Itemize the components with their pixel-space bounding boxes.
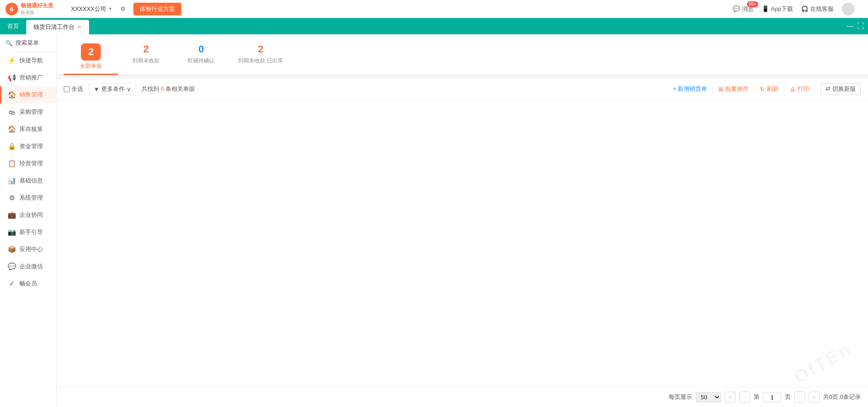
logo-main: 畅捷通好生意	[21, 2, 53, 9]
header-right: 💬 消息 99+ 📱 App下载 🎧 在线客服	[733, 3, 863, 15]
quick-nav-icon: ⚡	[8, 56, 16, 65]
search-menu-button[interactable]: 🔍 搜索菜单	[0, 34, 56, 52]
new-sale-button[interactable]: + 新增销货单	[673, 85, 707, 93]
card-overdue-out-count: 2	[238, 43, 283, 55]
sidebar-item-label: 库存核算	[19, 125, 43, 133]
message-badge: 99+	[747, 1, 758, 7]
page-input[interactable]	[763, 393, 781, 402]
nav-tabs: 首页 钱货日清工作台 ✕ — ⛶	[0, 18, 868, 34]
sidebar-item-label: 快捷导航	[19, 56, 43, 65]
search-menu-label: 搜索菜单	[15, 39, 39, 47]
sidebar-item-guide[interactable]: 📷 新手引导	[0, 224, 56, 241]
logo-icon: 6	[5, 3, 18, 15]
search-icon: 🔍	[5, 40, 13, 47]
card-overdue-out[interactable]: 2 到期未收款 已出库	[229, 40, 292, 75]
refresh-button[interactable]: ↻ 刷新	[760, 85, 778, 93]
last-page-button[interactable]: »	[809, 392, 820, 402]
sidebar-item-base-info[interactable]: 📊 基础信息	[0, 172, 56, 189]
sidebar-item-system[interactable]: ⚙ 系统管理	[0, 189, 56, 206]
sales-icon: 🏠	[8, 91, 16, 99]
sidebar-item-enterprise-wx[interactable]: 💬 企业微信	[0, 258, 56, 275]
logo-area: 6 畅捷通好生意 标准版	[5, 2, 62, 15]
minimize-icon[interactable]: —	[846, 22, 854, 30]
avatar[interactable]	[842, 3, 854, 15]
card-wangpu-count: 0	[183, 43, 219, 55]
online-service-button[interactable]: 🎧 在线客服	[801, 5, 834, 13]
page-size-select[interactable]: 50 100 200	[696, 392, 721, 402]
sidebar-item-member[interactable]: ✓ 畅会员	[0, 275, 56, 292]
company-selector[interactable]: XXXXXX公司 ▼ ⚙	[71, 4, 128, 14]
prev-page-button[interactable]: ‹	[739, 392, 750, 402]
card-overdue[interactable]: 2 到期未收款	[119, 40, 173, 75]
logo-sub: 标准版	[21, 9, 53, 15]
tab-home[interactable]: 首页	[0, 18, 26, 34]
sidebar-item-purchase[interactable]: 🛍 采购管理	[0, 103, 56, 121]
card-all[interactable]: 2 全部单据	[64, 40, 118, 75]
select-all-input[interactable]	[64, 86, 70, 92]
purchase-icon: 🛍	[8, 108, 16, 116]
sidebar: 🔍 搜索菜单 ⚡ 快捷导航 📢 营销推广 🏠 销售管理 🛍 采购管理 🏠 库存核…	[0, 34, 57, 407]
print-button[interactable]: 🖨 打印	[790, 85, 809, 93]
pagination-bar: 每页显示 50 100 200 « ‹ 第 页 › » 共0页,0条记录	[57, 387, 868, 407]
more-filter-label: 更多条件	[101, 85, 125, 93]
sidebar-item-sales[interactable]: 🏠 销售管理	[0, 86, 56, 103]
sidebar-item-quick-nav[interactable]: ⚡ 快捷导航	[0, 52, 56, 69]
service-icon: 🎧	[801, 5, 808, 12]
card-overdue-label: 到期未收款	[128, 55, 164, 68]
sidebar-item-label: 企业微信	[19, 262, 43, 271]
divider	[712, 85, 713, 93]
logo-text: 畅捷通好生意 标准版	[21, 2, 53, 15]
chevron-down-icon[interactable]: ▼	[108, 6, 113, 11]
base-info-icon: 📊	[8, 177, 16, 185]
tab-qianhuoricheng[interactable]: 钱货日清工作台 ✕	[26, 20, 89, 34]
select-all-checkbox[interactable]: 全选	[64, 85, 83, 93]
page-label: 第	[754, 393, 760, 401]
first-page-button[interactable]: «	[725, 392, 736, 402]
sidebar-item-label: 基础信息	[19, 177, 43, 185]
select-all-label: 全选	[71, 85, 83, 93]
app-download-label: App下载	[771, 5, 793, 13]
sidebar-item-app-center[interactable]: 📦 应用中心	[0, 241, 56, 258]
card-wangpu-label: 旺铺待确认	[183, 55, 219, 68]
sidebar-item-marketing[interactable]: 📢 营销推广	[0, 69, 56, 86]
more-filter-button[interactable]: ▼ 更多条件 ∨	[89, 83, 136, 95]
inventory-icon: 🏠	[8, 125, 16, 133]
download-icon: 📱	[762, 5, 769, 12]
toolbar-right: + 新增销货单 ⊞ 批量操作 ↻ 刷新 🖨 打印	[673, 83, 861, 95]
sidebar-item-enterprise[interactable]: 💼 企业协同	[0, 206, 56, 224]
next-page-button[interactable]: ›	[794, 392, 805, 402]
sidebar-item-inventory[interactable]: 🏠 库存核算	[0, 121, 56, 138]
message-button[interactable]: 💬 消息 99+	[733, 5, 754, 13]
close-tab-icon[interactable]: ✕	[77, 24, 82, 30]
filter-icon: ▼	[94, 86, 99, 93]
message-icon: 💬	[733, 5, 740, 12]
trial-button[interactable]: 体验行业方案	[133, 3, 181, 15]
sidebar-item-finance[interactable]: 🔒 资金管理	[0, 138, 56, 155]
expand-icon[interactable]: ⛶	[857, 22, 864, 30]
content-area: 2 全部单据 2 到期未收款 0 旺铺待确认 2 到期未收款 已出库 全选	[57, 34, 868, 407]
card-overdue-count: 2	[128, 43, 164, 55]
guide-icon: 📷	[8, 228, 16, 236]
company-name: XXXXXX公司	[71, 5, 106, 13]
batch-operation-button[interactable]: ⊞ 批量操作	[718, 85, 749, 93]
main-layout: 🔍 搜索菜单 ⚡ 快捷导航 📢 营销推广 🏠 销售管理 🛍 采购管理 🏠 库存核…	[0, 34, 868, 407]
finance-icon: 🔒	[8, 142, 16, 150]
card-all-count: 2	[88, 46, 94, 58]
sidebar-item-label: 畅会员	[19, 280, 37, 288]
card-wangpu[interactable]: 0 旺铺待确认	[174, 40, 228, 75]
app-download-button[interactable]: 📱 App下载	[762, 5, 793, 13]
divider	[784, 85, 784, 93]
sidebar-item-label: 采购管理	[19, 108, 43, 116]
switch-version-button[interactable]: ⇄ 切换新版	[821, 83, 861, 95]
sidebar-item-operation[interactable]: 📋 经营管理	[0, 155, 56, 172]
enterprise-wx-icon: 💬	[8, 262, 16, 271]
top-header: 6 畅捷通好生意 标准版 XXXXXX公司 ▼ ⚙ 体验行业方案 💬 消息 99…	[0, 0, 868, 18]
member-icon: ✓	[8, 280, 16, 288]
settings-icon[interactable]: ⚙	[118, 4, 128, 14]
enterprise-icon: 💼	[8, 211, 16, 219]
sidebar-item-label: 新手引导	[19, 228, 43, 236]
nav-right-icons: — ⛶	[846, 22, 868, 30]
online-service-label: 在线客服	[810, 5, 834, 13]
sidebar-item-label: 营销推广	[19, 74, 43, 82]
print-icon: 🖨	[790, 86, 796, 93]
